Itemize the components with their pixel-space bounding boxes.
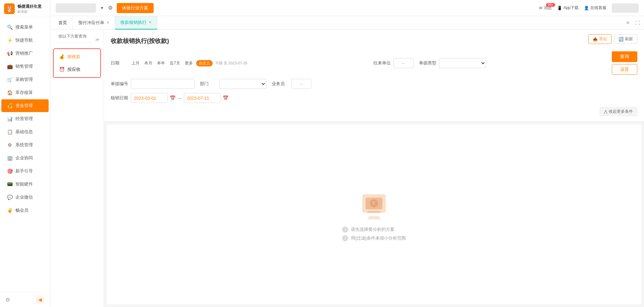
tab-home-label: 首页 <box>58 20 67 26</box>
main-content: ▼ ⚙ 休验行业方案 ✉ 消息 99+ 📱 App下载 👤 在线客服 首页 <box>50 0 644 307</box>
logo-text: 畅捷通好生意 标准版 <box>17 4 42 14</box>
date-btn-custom[interactable]: 自定义 <box>196 60 213 66</box>
writeoff-date-start-input[interactable] <box>131 93 168 103</box>
department-field: 部门 <box>200 79 266 89</box>
sidebar-bottom: ⚙ ◀ <box>0 292 50 307</box>
topbar-left: ▼ ⚙ 休验行业方案 <box>56 3 154 13</box>
tab-receipt-writeoff-label: 收款核销执行 <box>120 19 147 25</box>
sidebar-item-sales[interactable]: 💼销售管理 <box>1 60 49 73</box>
writeoff-date-end-calendar-icon[interactable]: 📅 <box>223 95 228 101</box>
nav-label-finance: 资金管理 <box>15 103 33 109</box>
topbar-dropdown-icon[interactable]: ▼ <box>100 6 104 10</box>
filter-item-by-receipt[interactable]: 💰 按收款 <box>54 50 100 63</box>
refresh-icon: 🔄 <box>619 37 624 42</box>
query-area: 收款核销执行(按收款) 📤 导出 🔄 刷新 日期 <box>104 30 644 307</box>
topbar-message[interactable]: ✉ 消息 99+ <box>539 5 552 11</box>
topbar-gear-icon[interactable]: ⚙ <box>108 5 113 11</box>
sidebar-item-quick[interactable]: ⚡快捷导航 <box>1 34 49 47</box>
date-btn-this-month[interactable]: 本月 <box>143 60 154 67</box>
tab-receipt-writeoff-close[interactable]: ✕ <box>149 20 152 24</box>
date-btn-more[interactable]: 更多 <box>183 60 194 67</box>
topbar-online-service[interactable]: 👤 在线客服 <box>584 5 606 11</box>
date-btn-this-year[interactable]: 本年 <box>156 60 166 67</box>
date-field: 日期 上月 本月 本年 近7天 更多 自定义 不限 至 2023-07-26 <box>111 60 247 67</box>
writeoff-date-end-input[interactable] <box>184 93 221 103</box>
sidebar-item-vip[interactable]: ✌畅会员 <box>1 204 49 217</box>
doc-no-label: 单据编号 <box>111 81 128 87</box>
nav-label-hardware: 智能硬件 <box>15 181 33 187</box>
nav-icon-marketing: 📢 <box>7 51 13 56</box>
sidebar-item-search[interactable]: 🔍搜索菜单 <box>1 21 49 34</box>
tab-prepay-label: 预付冲应付单 <box>78 20 104 26</box>
page-header: 收款核销执行(按收款) 📤 导出 🔄 刷新 <box>104 30 644 47</box>
sidebar-item-operation[interactable]: 📊经营管理 <box>1 112 49 125</box>
form-row-2: 单据编号 部门 业务员 ··· <box>111 79 637 89</box>
tab-receipt-writeoff[interactable]: 收款核销执行 ✕ <box>115 16 157 30</box>
date-btn-last-month[interactable]: 上月 <box>130 60 141 67</box>
sidebar-item-wechat[interactable]: 💬企业微信 <box>1 191 49 204</box>
logo-main: 畅捷通好生意 <box>17 4 42 9</box>
empty-tips: 1 请先选择要分析的方案 2 用[过滤]条件来缩小分析范围 <box>342 226 406 241</box>
date-separator: — <box>177 96 182 101</box>
settings-icon[interactable]: ⚙ <box>5 297 10 303</box>
topbar: ▼ ⚙ 休验行业方案 ✉ 消息 99+ 📱 App下载 👤 在线客服 <box>50 0 644 16</box>
nav-icon-vip: ✌ <box>7 208 13 213</box>
sidebar-item-guide[interactable]: 🎯新手引导 <box>1 165 49 177</box>
sidebar-item-basic[interactable]: 📋基础信息 <box>1 125 49 138</box>
tabbar-expand-icon[interactable]: ⛶ <box>634 19 641 27</box>
export-button[interactable]: 📤 导出 <box>588 34 611 44</box>
tabbar: 首页 预付冲应付单 ✕ 收款核销执行 ✕ ✕ ⛶ <box>50 16 644 30</box>
partner-select[interactable]: ··· <box>393 58 414 68</box>
date-note: 不限 至 2023-07-26 <box>215 61 247 66</box>
topbar-action-button[interactable]: 休验行业方案 <box>117 3 154 13</box>
doc-type-select[interactable] <box>439 58 486 68</box>
collapse-icon: ⋀ <box>604 109 607 114</box>
writeoff-date-start-calendar-icon[interactable]: 📅 <box>170 95 175 101</box>
filter-sidebar: 按以下方案查询 ≫ 💰 按收款 ⏰ 按应收 <box>50 30 104 307</box>
doc-no-input[interactable] <box>131 79 195 89</box>
tab-home[interactable]: 首页 <box>53 16 73 30</box>
tab-prepay-close[interactable]: ✕ <box>106 20 109 25</box>
logo-icon: 🐰 <box>4 3 15 14</box>
empty-state-illustration: ? <box>354 188 394 221</box>
topbar-right: ✉ 消息 99+ 📱 App下载 👤 在线客服 <box>539 3 639 13</box>
department-select[interactable] <box>219 79 266 89</box>
sidebar-item-system[interactable]: ⚙系统管理 <box>1 139 49 151</box>
empty-tip-1: 1 请先选择要分析的方案 <box>342 226 394 233</box>
nav-icon-purchase: 🛒 <box>7 77 13 82</box>
sidebar-item-enterprise[interactable]: 🏢企业协同 <box>1 152 49 164</box>
tabbar-close-icon[interactable]: ✕ <box>625 19 631 27</box>
date-btn-7days[interactable]: 近7天 <box>168 60 181 67</box>
refresh-button[interactable]: 🔄 刷新 <box>614 34 637 44</box>
sidebar-item-finance[interactable]: 💰资金管理 <box>1 99 49 112</box>
empty-tip-2: 2 用[过滤]条件来缩小分析范围 <box>342 235 406 241</box>
sidebar-item-marketing[interactable]: 📢营销推广 <box>1 47 49 60</box>
tip-num-2: 2 <box>342 235 348 241</box>
sidebar-item-hardware[interactable]: 📟智能硬件 <box>1 178 49 191</box>
tab-prepay[interactable]: 预付冲应付单 ✕ <box>73 16 115 30</box>
page-content: 按以下方案查询 ≫ 💰 按收款 ⏰ 按应收 收款核销执行(按收款) <box>50 30 644 307</box>
salesperson-field: 业务员 ··· <box>272 79 311 89</box>
filter-box: 💰 按收款 ⏰ 按应收 <box>53 48 101 78</box>
filter-collapse-button[interactable]: ≫ <box>95 37 100 42</box>
sidebar-collapse-button[interactable]: ◀ <box>36 296 45 304</box>
writeoff-date-field: 核销日期 📅 — 📅 <box>111 93 228 103</box>
query-settings-button[interactable]: 设置 <box>612 64 637 75</box>
nav-icon-enterprise: 🏢 <box>7 155 13 161</box>
salesperson-select[interactable]: ··· <box>291 79 311 89</box>
nav-label-purchase: 采购管理 <box>15 76 33 83</box>
query-button[interactable]: 查询 <box>612 51 637 62</box>
filter-sidebar-title: 按以下方案查询 <box>54 34 91 43</box>
topbar-brand <box>56 3 96 13</box>
sidebar-item-inventory[interactable]: 🏠库存核算 <box>1 86 49 99</box>
partner-field: 往来单位 ··· <box>373 58 414 68</box>
svg-rect-4 <box>367 211 381 213</box>
sidebar-item-purchase[interactable]: 🛒采购管理 <box>1 73 49 86</box>
topbar-app-download[interactable]: 📱 App下载 <box>557 5 579 11</box>
filter-item-by-receivable[interactable]: ⏰ 按应收 <box>54 63 100 76</box>
nav-icon-wechat: 💬 <box>7 195 13 200</box>
collapse-more-button[interactable]: ⋀ 收起更多条件 <box>600 107 637 116</box>
nav-label-operation: 经营管理 <box>15 116 33 122</box>
topbar-user[interactable] <box>612 3 639 13</box>
page-title: 收款核销执行(按收款) <box>111 37 169 45</box>
